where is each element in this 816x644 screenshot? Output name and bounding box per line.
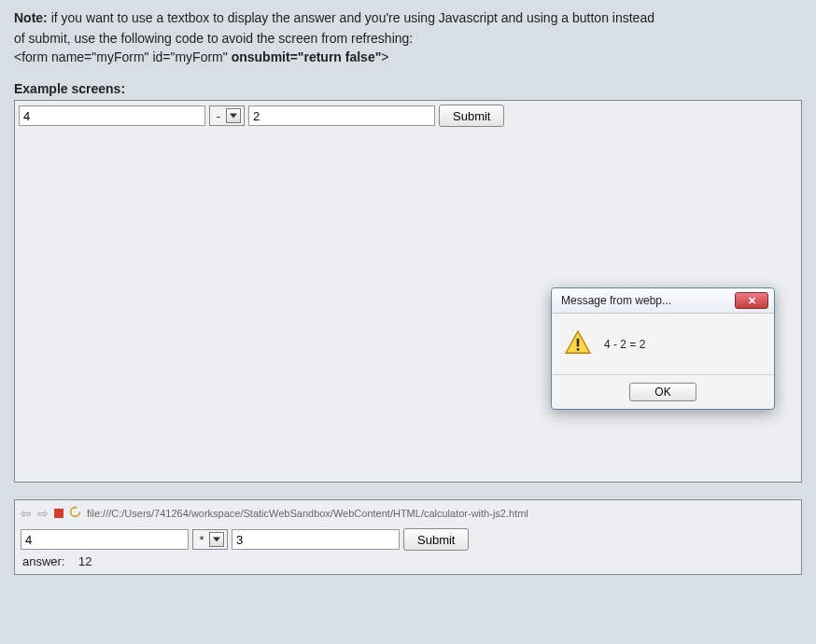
svg-rect-1 xyxy=(577,348,580,351)
refresh-icon[interactable] xyxy=(69,506,81,521)
answer-output: answer: 12 xyxy=(21,554,795,568)
code-prefix: <form name="myForm" id="myForm" xyxy=(14,49,232,64)
submit-button[interactable]: Submit xyxy=(439,105,504,127)
operator-value: - xyxy=(213,109,224,123)
back-arrow-icon[interactable]: ⇦ xyxy=(21,506,32,521)
forward-arrow-icon[interactable]: ⇨ xyxy=(37,506,49,521)
num2-input-2[interactable] xyxy=(232,529,400,550)
note-text-line1: if you want to use a textbox to display … xyxy=(51,10,654,25)
browser-toolbar: ⇦ ⇨ file:///C:/Users/741264/workspace/St… xyxy=(21,506,795,521)
code-bold: onsubmit="return false" xyxy=(232,49,382,64)
code-snippet: <form name="myForm" id="myForm" onsubmit… xyxy=(14,49,802,64)
svg-rect-0 xyxy=(577,339,580,347)
note-line2: of submit, use the following code to avo… xyxy=(14,30,802,49)
chevron-down-icon xyxy=(226,108,241,123)
calc-form-row: - Submit xyxy=(19,105,797,127)
close-icon: ✕ xyxy=(748,295,756,307)
submit-button-2[interactable]: Submit xyxy=(403,528,469,551)
note-paragraph: Note: if you want to use a textbox to di… xyxy=(14,9,802,28)
dialog-body: 4 - 2 = 2 xyxy=(552,314,774,374)
calc-form-row-2: * Submit xyxy=(21,528,795,551)
answer-label: answer: xyxy=(22,554,65,568)
example-1-panel: - Submit Message from webp... ✕ 4 - 2 = xyxy=(14,100,802,483)
alert-dialog: Message from webp... ✕ 4 - 2 = 2 OK xyxy=(551,287,775,410)
example-2-panel: ⇦ ⇨ file:///C:/Users/741264/workspace/St… xyxy=(14,499,802,575)
note-label: Note: xyxy=(14,10,48,25)
chevron-down-icon xyxy=(209,532,224,547)
answer-value: 12 xyxy=(78,554,91,568)
num1-input[interactable] xyxy=(19,105,205,126)
dialog-titlebar: Message from webp... ✕ xyxy=(552,288,774,314)
example-screens-label: Example screens: xyxy=(14,81,802,96)
stop-icon[interactable] xyxy=(54,509,63,518)
dialog-footer: OK xyxy=(552,374,774,409)
code-suffix: > xyxy=(381,49,388,64)
num1-input-2[interactable] xyxy=(21,529,189,550)
operator-select-2[interactable]: * xyxy=(192,529,228,550)
close-button[interactable]: ✕ xyxy=(735,292,768,309)
dialog-message: 4 - 2 = 2 xyxy=(604,338,645,351)
operator-value-2: * xyxy=(196,533,207,547)
dialog-title-text: Message from webp... xyxy=(561,294,671,307)
ok-button[interactable]: OK xyxy=(629,383,696,401)
url-bar[interactable]: file:///C:/Users/741264/workspace/Static… xyxy=(87,508,528,519)
operator-select[interactable]: - xyxy=(209,105,245,126)
num2-input[interactable] xyxy=(248,105,435,126)
warning-icon xyxy=(565,330,591,357)
